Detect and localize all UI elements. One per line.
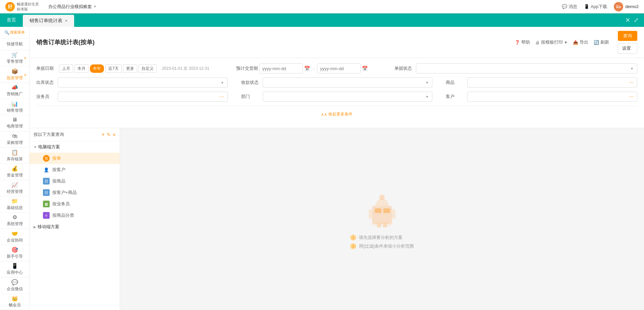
avatar: Ea [614,2,623,11]
enterprise-icon: 🤝 [11,230,18,237]
svg-rect-5 [392,209,395,219]
sidebar-item-sales[interactable]: 📊 销售管理 [0,99,29,115]
print-button[interactable]: 🖨 按模板打印 ▼ [535,39,568,45]
tab-close-icon[interactable]: × [65,18,67,23]
date-buttons: 上月 本月 本年 近7天 更多 自定义 [59,64,157,73]
delivery-status-select[interactable]: ▼ [58,78,228,88]
sidebar-item-enterprise[interactable]: 🤝 企业协同 [0,229,29,245]
expected-date-start[interactable] [259,63,303,73]
tree-item-by-customer[interactable]: 👤 按客户 [30,164,120,175]
tree-edit-icon[interactable]: ✎ [107,132,111,137]
workspace-selector[interactable]: 办公用品行业模拟账套 ▼ [48,4,97,10]
right-panel: 1 请先选择要分析的方案 2 用[过滤]条件来缩小分析范围 [120,128,644,310]
help-button[interactable]: ❓ 帮助 [515,39,530,45]
tree-item-by-category[interactable]: ≡ 按商品分类 [30,210,120,221]
tree-add-icon[interactable]: + [102,132,105,138]
wechat-icon: 💬 [11,279,18,286]
tree-section-pc[interactable]: ▼ 电脑端方案 [30,141,120,153]
calendar-start-icon[interactable]: 📅 [304,66,310,71]
sidebar-item-wechat[interactable]: 💬 企业微信 [0,277,29,294]
logo-text: 畅捷通好生意 标准版 [17,2,39,11]
date-btn-7days[interactable]: 近7天 [105,64,122,73]
by-customer-icon: 👤 [43,166,50,173]
marketing-icon: 📣 [11,84,18,91]
sidebar-item-basic[interactable]: 📁 基础信息 [0,196,29,212]
salesperson-select[interactable]: ··· [58,92,228,102]
sidebar-item-system[interactable]: ⚙ 系统管理 [0,213,29,229]
logo-icon: 好 [5,2,15,11]
customer-dots-icon[interactable]: ··· [629,94,634,100]
export-button[interactable]: 📤 导出 [573,39,588,45]
delivery-status-label: 出库状态 [36,80,56,86]
date-divider: — [311,66,316,71]
sidebar-search[interactable]: 🔍 搜索菜单 [0,27,29,39]
sidebar-item-retail[interactable]: 🛒 零售管理 [0,50,29,66]
salesperson-dots-icon[interactable]: ··· [219,94,224,100]
tree-section-mobile[interactable]: ▶ 移动端方案 [30,221,120,232]
tab-sales-order-stats[interactable]: 销售订单统计表 × [23,15,74,27]
delivery-chevron-icon: ▼ [221,81,224,85]
customer-select[interactable]: ··· [467,92,637,102]
collapse-button[interactable]: ∧∧ 收起更多条件 [36,109,637,120]
sidebar-item-ecommerce[interactable]: 🖥 电商管理 [0,115,29,131]
left-panel-title: 按以下方案查询 [34,132,64,138]
message-action[interactable]: 💬 消息 [562,4,577,10]
tree-collapse-icon[interactable]: « [113,132,116,138]
refresh-icon: 🔄 [594,40,599,45]
app-download-action[interactable]: 📱 App下载 [584,4,607,10]
calendar-end-icon[interactable]: 📅 [362,66,368,71]
salesperson-group: 业务员 ··· [36,92,228,102]
topbar-left: 好 畅捷通好生意 标准版 办公用品行业模拟账套 ▼ [5,2,97,11]
sidebar-item-finance[interactable]: 💰 资金管理 [0,164,29,180]
sidebar-item-appcenter[interactable]: 📱 应用中心 [0,261,29,277]
retail-icon: 🛒 [11,52,18,58]
date-btn-last-month[interactable]: 上月 [59,64,73,73]
app-download-icon: 📱 [584,4,589,9]
sidebar-item-inventory[interactable]: 📋 库存核算 [0,148,29,164]
logo-area: 好 畅捷通好生意 标准版 [5,2,39,11]
sidebar-item-wholesale[interactable]: 📦 批发管理 [0,66,29,83]
sidebar-item-marketing[interactable]: 📣 营销推广 [0,83,29,99]
username[interactable]: demo2 [625,4,639,9]
user-area[interactable]: Ea demo2 [614,2,639,11]
date-btn-this-month[interactable]: 本月 [74,64,89,73]
search-icon: 🔍 [4,30,9,35]
department-group: 部门 ▼ [241,92,433,102]
product-group: 商品 ··· [446,78,637,88]
tree-expand-mobile-icon: ▶ [34,225,36,229]
date-btn-custom[interactable]: 自定义 [139,64,157,73]
product-label: 商品 [446,80,466,86]
product-select[interactable]: ··· [467,78,637,88]
refresh-button[interactable]: 🔄 刷新 [594,39,609,45]
empty-hints: 1 请先选择要分析的方案 2 用[过滤]条件来缩小分析范围 [350,235,414,249]
doc-status-select[interactable]: ▼ [416,63,637,73]
product-dots-icon[interactable]: ··· [629,80,634,86]
window-minimize-icon[interactable]: ✕ [625,16,630,24]
expected-date-end[interactable] [317,63,361,73]
department-select[interactable]: ▼ [263,92,433,102]
system-icon: ⚙ [12,214,17,220]
date-btn-more[interactable]: 更多 [123,64,137,73]
tree-actions: + ✎ « [102,132,116,138]
topbar: 好 畅捷通好生意 标准版 办公用品行业模拟账套 ▼ 💬 消息 📱 App下载 E… [0,0,644,13]
tree-item-by-salesperson[interactable]: ▦ 按业务员 [30,198,120,210]
payment-status-select[interactable]: ▼ [263,78,433,88]
two-panel: 按以下方案查询 + ✎ « ▼ 电脑端方案 按 按单 [30,128,644,310]
tree-item-by-order[interactable]: 按 按单 [30,153,120,164]
settings-button[interactable]: 设置 [618,43,637,54]
workspace-chevron-icon: ▼ [93,5,97,8]
query-button[interactable]: 查询 [618,31,637,41]
tab-home[interactable]: 首页 [0,13,23,27]
sidebar-quick-nav[interactable]: 快捷导航 [0,39,29,50]
sidebar-item-member[interactable]: 👑 畅会员 [0,294,29,310]
empty-illustration [362,189,402,229]
tree-item-by-customer-product[interactable]: 目 按客户+商品 [30,187,120,198]
sidebar-item-operation[interactable]: 📈 经营管理 [0,180,29,196]
by-product-icon: 目 [43,178,50,185]
svg-rect-4 [369,209,372,219]
tree-item-by-product[interactable]: 目 按商品 [30,175,120,187]
sidebar-item-newbie[interactable]: 🎯 新手引导 [0,245,29,261]
sidebar-item-purchase[interactable]: 🛍 采购管理 [0,132,29,148]
window-maximize-icon[interactable]: ⤢ [634,16,639,24]
date-btn-this-year[interactable]: 本年 [90,64,104,73]
